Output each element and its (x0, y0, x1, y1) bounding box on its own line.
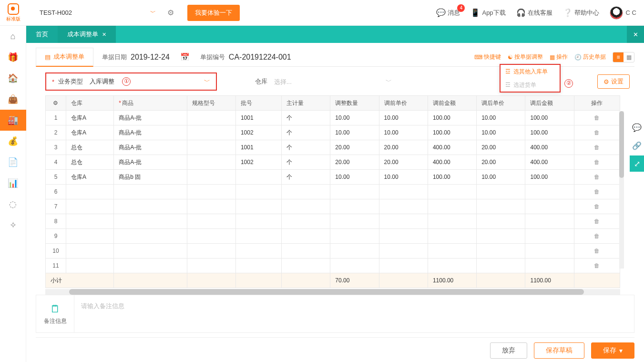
col-unit[interactable]: 主计量 (282, 96, 330, 111)
business-type-select[interactable]: * 业务类型 入库调整 ① ﹀ (45, 72, 217, 91)
user-name: C C (626, 9, 636, 16)
delete-row-icon[interactable]: 🗑 (574, 229, 620, 244)
gear-icon[interactable]: ⚙ (167, 8, 174, 17)
delete-row-icon[interactable]: 🗑 (574, 111, 620, 125)
col-preamt[interactable]: 调前金额 (428, 96, 476, 111)
table-row[interactable]: 6🗑 (46, 185, 620, 199)
save-button[interactable]: 保存 ▾ (591, 342, 634, 359)
user-menu[interactable]: C C (610, 6, 636, 20)
col-product[interactable]: *商品 (114, 96, 187, 111)
logo-text: 标准版 (6, 16, 20, 22)
logo[interactable]: 标准版 (0, 0, 26, 26)
messages-link[interactable]: 💬 消息 4 (436, 8, 460, 17)
save-draft-button[interactable]: 保存草稿 (534, 342, 584, 359)
table-row[interactable]: 9🗑 (46, 229, 620, 244)
sidebar-doc[interactable]: 📄 (0, 152, 26, 173)
service-link[interactable]: 🎧 在线客服 (516, 8, 552, 17)
col-spec[interactable]: 规格型号 (187, 96, 235, 111)
app-download-link[interactable]: 📱 App下载 (470, 8, 505, 17)
table-row[interactable]: 10🗑 (46, 244, 620, 259)
delete-row-icon[interactable]: 🗑 (574, 185, 620, 199)
delete-row-icon[interactable]: 🗑 (574, 170, 620, 185)
subtotal-qty: 70.00 (330, 273, 379, 288)
delete-row-icon[interactable]: 🗑 (574, 155, 620, 170)
try-button[interactable]: 我要体验一下 (187, 5, 240, 21)
act-byorder[interactable]: ☯按单据调整 (508, 53, 543, 61)
table-row[interactable]: 1仓库A商品A-批1001个10.0010.00100.0010.00100.0… (46, 111, 620, 125)
save-label: 保存 (603, 346, 616, 355)
col-batch[interactable]: 批号 (235, 96, 281, 111)
chevron-down-icon: ﹀ (386, 77, 392, 86)
table-row[interactable]: 4总仓商品A-批1002个20.0020.00400.0020.00400.00… (46, 155, 620, 170)
help-label: 帮助中心 (574, 9, 599, 17)
rail-link[interactable]: 🔗 (630, 137, 644, 154)
delete-row-icon[interactable]: 🗑 (574, 214, 620, 229)
sidebar-report[interactable]: 📊 (0, 173, 26, 194)
col-gear[interactable]: ⚙ (46, 96, 66, 111)
avatar (610, 6, 623, 20)
app-label: App下载 (482, 9, 505, 17)
pick-purchase[interactable]: ☲选进货单 (501, 78, 560, 92)
warehouse-select[interactable]: 仓库 ﹀ (255, 77, 392, 86)
act-ops[interactable]: ▦操作 (550, 53, 568, 61)
col-qty[interactable]: 调整数量 (330, 96, 379, 111)
logo-icon (8, 3, 19, 15)
sidebar-new[interactable]: ✧ (0, 215, 26, 236)
settings-label: 设置 (611, 77, 624, 86)
table-row[interactable]: 11🗑 (46, 259, 620, 273)
delete-row-icon[interactable]: 🗑 (574, 199, 620, 214)
delete-row-icon[interactable]: 🗑 (574, 140, 620, 155)
table-row[interactable]: 5仓库A商品b 固个10.0010.00100.0010.00100.00🗑 (46, 170, 620, 185)
warehouse-input[interactable] (274, 78, 379, 85)
sidebar-house[interactable]: 🏠 (0, 68, 26, 89)
view-grid[interactable]: ▦ (624, 52, 634, 62)
table-row[interactable]: 8🗑 (46, 214, 620, 229)
sidebar-warehouse[interactable]: 🏭 (0, 110, 26, 131)
sidebar: ⌂ 🎁 🏠 👜 🏭 💰 📄 📊 ◌ ✧ (0, 26, 26, 362)
sidebar-gift[interactable]: 🎁 (0, 47, 26, 68)
tab-home[interactable]: 首页 (26, 26, 58, 43)
act-history[interactable]: 🕘历史单据 (574, 53, 606, 61)
settings-button[interactable]: ⚙ 设置 (597, 74, 630, 89)
remark-section: 🗒 备注信息 (36, 295, 634, 333)
pick-other-inbound[interactable]: ☲选其他入库单 (501, 65, 560, 78)
delete-row-icon[interactable]: 🗑 (574, 125, 620, 140)
remark-label: 🗒 备注信息 (36, 295, 74, 332)
v-scrollbar[interactable] (619, 111, 624, 269)
grid-icon: ▦ (550, 54, 555, 61)
col-preprice[interactable]: 调前单价 (379, 96, 428, 111)
sidebar-bag[interactable]: 👜 (0, 89, 26, 110)
delete-row-icon[interactable]: 🗑 (574, 244, 620, 259)
table-row[interactable]: 2仓库A商品A-批1002个10.0010.00100.0010.00100.0… (46, 125, 620, 140)
footer: 放弃 保存草稿 保存 ▾ (36, 337, 634, 359)
tabs-close-all[interactable]: ✕ (627, 26, 644, 43)
close-icon[interactable]: ✕ (102, 31, 106, 38)
table-row[interactable]: 7🗑 (46, 199, 620, 214)
table-row[interactable]: 3总仓商品A-批1001个20.0020.00400.0020.00400.00… (46, 140, 620, 155)
sidebar-money[interactable]: 💰 (0, 131, 26, 152)
doc-tab[interactable]: ▤ 成本调整单 (36, 48, 93, 67)
col-postamt[interactable]: 调后金额 (525, 96, 574, 111)
rail-chat[interactable]: 💬 (630, 119, 644, 135)
date-value[interactable]: 2019-12-24 (131, 53, 170, 62)
remark-input[interactable] (74, 295, 634, 332)
org-selector[interactable]: TEST-H002 ﹀ (36, 5, 160, 21)
view-list[interactable]: ≡ (613, 52, 624, 62)
calendar-icon[interactable]: 📅 (180, 52, 190, 62)
col-postprice[interactable]: 调后单价 (477, 96, 525, 111)
callout-2: ② (564, 79, 573, 88)
h-scrollbar[interactable] (45, 289, 620, 295)
sidebar-refresh[interactable]: ◌ (0, 194, 26, 215)
rail-expand[interactable]: ⤢ (630, 155, 644, 172)
col-warehouse[interactable]: 仓库 (66, 96, 113, 111)
tab-cost-adjust[interactable]: 成本调整单 ✕ (58, 26, 116, 43)
tab-label: 成本调整单 (67, 30, 98, 39)
doc-icon: ☲ (505, 68, 511, 75)
act-shortcut[interactable]: ⌨快捷键 (474, 53, 501, 61)
page-tabs: 首页 成本调整单 ✕ ✕ (26, 26, 644, 43)
help-link[interactable]: ❔ 帮助中心 (563, 8, 599, 17)
sidebar-home[interactable]: ⌂ (0, 26, 26, 47)
discard-button[interactable]: 放弃 (490, 342, 527, 359)
col-op: 操作 (574, 96, 620, 111)
delete-row-icon[interactable]: 🗑 (574, 259, 620, 273)
